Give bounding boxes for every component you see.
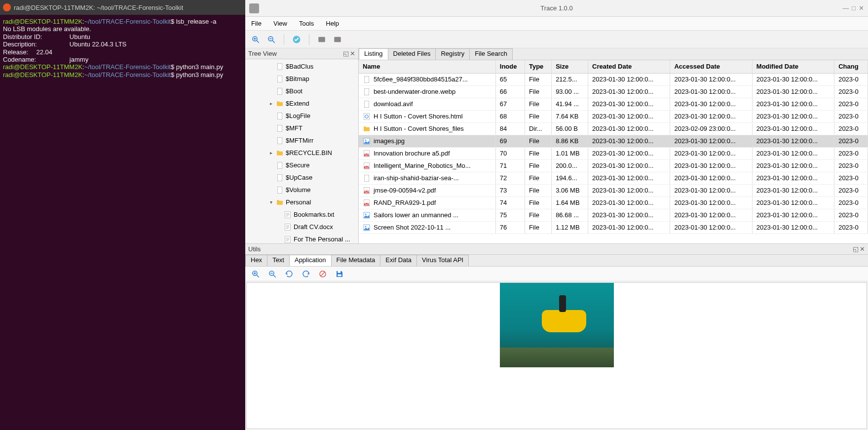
search-plus-icon[interactable]	[250, 34, 261, 45]
menu-help[interactable]: Help	[320, 20, 345, 27]
tree-expander-icon[interactable]: ▸	[268, 101, 274, 106]
col-accessed[interactable]: Accessed Date	[670, 60, 752, 73]
created-cell: 2023-01-30 12:00:0...	[588, 98, 670, 110]
disk-export-icon[interactable]	[332, 34, 343, 45]
undock-icon[interactable]: ◱	[853, 245, 859, 253]
accessed-cell: 2023-01-30 12:00:0...	[670, 98, 752, 110]
col-type[interactable]: Type	[525, 60, 551, 73]
menu-file[interactable]: File	[245, 20, 267, 27]
tree-item[interactable]: ▸$RECYCLE.BIN	[245, 147, 358, 159]
tree-view-header: Tree View ◱✕	[245, 48, 358, 59]
tree-item[interactable]: $Secure	[245, 159, 358, 171]
save-icon[interactable]	[334, 269, 345, 279]
table-row[interactable]: PDFInnovation brochure a5.pdf70File1.01 …	[359, 147, 868, 159]
tree-item-label: $MFTMirr	[286, 137, 313, 144]
tree-view-pane: Tree View ◱✕ $BadClus$Bitmap$Boot▸$Exten…	[245, 48, 359, 243]
col-name[interactable]: Name	[359, 60, 495, 73]
search-minus-icon[interactable]	[266, 34, 277, 45]
terminal-body[interactable]: radi@DESKTOP-11TMM2K:~/tool/TRACE-Forens…	[0, 15, 245, 430]
tree-item[interactable]: $Bitmap	[245, 73, 358, 85]
modified-cell: 2023-01-30 12:00:0...	[752, 85, 834, 98]
disk-icon[interactable]	[316, 34, 327, 45]
tab-deleted-files[interactable]: Deleted Files	[388, 48, 436, 60]
tree-item[interactable]: For The Personal ...	[245, 233, 358, 243]
table-row[interactable]: images.jpg69File8.86 KB2023-01-30 12:00:…	[359, 135, 868, 147]
table-row[interactable]: download.avif67File41.94 ...2023-01-30 1…	[359, 98, 868, 110]
pdf-icon: PDF	[363, 199, 371, 207]
img-icon	[363, 137, 371, 145]
tree-item[interactable]: $Boot	[245, 85, 358, 97]
table-row[interactable]: H I Sutton - Covert Shores.html68File7.6…	[359, 110, 868, 122]
table-row[interactable]: iran-ship-shahid-baziar-sea-...72File194…	[359, 172, 868, 184]
tree-item-label: Personal	[286, 198, 311, 206]
table-row[interactable]: PDFIntelligent_Marine_Robotics_Mo...71Fi…	[359, 159, 868, 172]
trace-app-window: Trace 1.0.0 — □ ✕ File View Tools Help T…	[245, 0, 868, 430]
tab-registry[interactable]: Registry	[435, 48, 470, 60]
file-icon	[276, 112, 284, 120]
tab-file-metadata[interactable]: File Metadata	[331, 255, 381, 266]
no-circle-icon[interactable]	[317, 269, 328, 279]
check-icon[interactable]	[291, 34, 302, 45]
table-row[interactable]: PDFRAND_RRA929-1.pdf74File1.64 MB2023-01…	[359, 196, 868, 209]
menu-tools[interactable]: Tools	[293, 20, 320, 27]
col-modified[interactable]: Modified Date	[752, 60, 834, 73]
utils-tabs: Hex Text Application File Metadata Exif …	[245, 255, 868, 267]
tree-expander-icon[interactable]: ▸	[268, 150, 274, 156]
app-title: Trace 1.0.0	[540, 4, 572, 12]
tab-exif-data[interactable]: Exif Data	[380, 255, 417, 266]
tree-body[interactable]: $BadClus$Bitmap$Boot▸$Extend$LogFile$MFT…	[245, 59, 358, 243]
utils-pane: Utils ◱✕ Hex Text Application File Metad…	[245, 243, 868, 430]
tree-item-label: $UpCase	[286, 174, 312, 181]
file-name: H I Sutton - Covert Shores_files	[374, 125, 464, 132]
menu-view[interactable]: View	[267, 20, 293, 27]
tree-item[interactable]: ▾Personal	[245, 196, 358, 208]
table-row[interactable]: best-underwater-drone.webp66File93.00 ..…	[359, 85, 868, 98]
svg-text:PDF: PDF	[363, 152, 371, 156]
close-icon[interactable]: ✕	[860, 245, 865, 253]
file-icon	[276, 137, 284, 145]
rotate-cw-icon[interactable]	[301, 269, 311, 279]
tree-item-label: $LogFile	[286, 112, 310, 119]
undock-icon[interactable]: ◱	[343, 50, 349, 57]
col-size[interactable]: Size	[552, 60, 588, 73]
zoom-in-icon[interactable]	[250, 269, 261, 279]
maximize-button[interactable]: □	[852, 4, 856, 12]
zoom-out-icon[interactable]	[267, 269, 278, 279]
file-table[interactable]: Name Inode Type Size Created Date Access…	[359, 60, 868, 243]
file-name: Intelligent_Marine_Robotics_Mo...	[374, 162, 471, 169]
created-cell: 2023-01-30 12:00:0...	[588, 209, 670, 221]
svg-line-68	[321, 272, 325, 276]
size-cell: 212.5...	[552, 73, 588, 85]
table-row[interactable]: H I Sutton - Covert Shores_files84Dir...…	[359, 122, 868, 135]
tab-hex[interactable]: Hex	[245, 255, 267, 266]
table-row[interactable]: Sailors lower an unmanned ...75File86.68…	[359, 209, 868, 221]
tree-expander-icon[interactable]: ▾	[268, 199, 274, 205]
tree-item[interactable]: $UpCase	[245, 171, 358, 184]
rotate-ccw-icon[interactable]	[284, 269, 295, 279]
modified-cell: 2023-01-30 12:00:0...	[752, 172, 834, 184]
tab-file-search[interactable]: File Search	[469, 48, 513, 60]
tab-virus-total[interactable]: Virus Total API	[416, 255, 469, 266]
col-changed[interactable]: Chang	[834, 60, 868, 73]
tree-item[interactable]: Bookmarks.txt	[245, 208, 358, 221]
tree-item[interactable]: $Volume	[245, 184, 358, 196]
close-icon[interactable]: ✕	[350, 50, 355, 57]
svg-rect-15	[277, 113, 282, 119]
table-row[interactable]: 5fc6ee_9849f380bbd84515a27...65File212.5…	[359, 73, 868, 85]
col-created[interactable]: Created Date	[588, 60, 670, 73]
col-inode[interactable]: Inode	[495, 60, 525, 73]
tree-item[interactable]: ▸$Extend	[245, 97, 358, 110]
tree-item[interactable]: $BadClus	[245, 60, 358, 73]
tree-item[interactable]: $MFTMirr	[245, 134, 358, 147]
tree-item[interactable]: $MFT	[245, 122, 358, 134]
tree-item[interactable]: Draft CV.docx	[245, 221, 358, 233]
table-row[interactable]: PDFjmse-09-00594-v2.pdf73File3.06 MB2023…	[359, 184, 868, 196]
tab-listing[interactable]: Listing	[359, 48, 388, 60]
close-button[interactable]: ✕	[859, 4, 864, 12]
tab-application[interactable]: Application	[289, 255, 332, 266]
doc-icon	[284, 235, 292, 243]
tree-item[interactable]: $LogFile	[245, 110, 358, 122]
minimize-button[interactable]: —	[842, 4, 849, 12]
table-row[interactable]: Screen Shot 2022-10-11 ...76File1.12 MB2…	[359, 221, 868, 234]
tab-text[interactable]: Text	[267, 255, 290, 266]
